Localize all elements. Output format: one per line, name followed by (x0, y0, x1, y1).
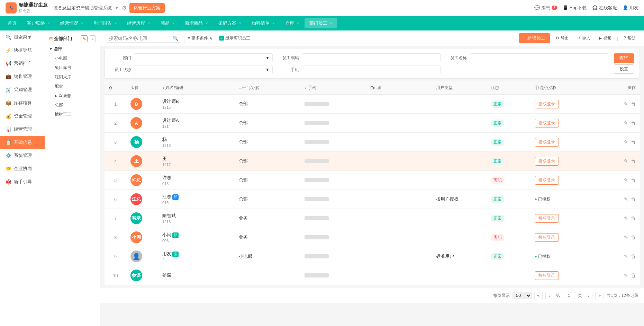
import-btn[interactable]: ↺ 导入 (574, 34, 593, 43)
edit-button[interactable]: ✎ (624, 101, 628, 107)
sidebar-item-quicknav[interactable]: ⚡ 快捷导航 (0, 44, 45, 57)
sidebar-item-search[interactable]: 🔍 搜索菜单 (0, 30, 45, 44)
settings-icon[interactable]: ⚙ (122, 5, 127, 11)
filter-empname-input[interactable] (470, 53, 608, 62)
filter-status-select[interactable]: ▼ (134, 65, 273, 74)
edit-button[interactable]: ✎ (624, 235, 628, 240)
app-download-btn[interactable]: 📱 App下载 (563, 5, 587, 11)
auth-button[interactable]: 授权登录 (535, 176, 559, 185)
tab-operation[interactable]: 经营情况 × (55, 18, 88, 28)
delete-button[interactable]: 🗑 (631, 139, 636, 145)
auth-button[interactable]: 授权登录 (535, 138, 559, 147)
delete-button[interactable]: 🗑 (631, 120, 636, 126)
col-phone[interactable]: ↕ 手机 (300, 81, 366, 95)
sidebar-item-marketing[interactable]: 📢 营销推广 (0, 57, 45, 70)
table-row: 1B设计师B1215总部正常授权登录✎🗑 (105, 95, 640, 114)
show-inactive-checkbox[interactable]: ✓ (219, 36, 224, 41)
auth-button[interactable]: 授权登录 (535, 157, 559, 166)
online-service-btn[interactable]: 🎧 在线客服 (592, 5, 617, 11)
dept-tree-root[interactable]: ▼ 总部 (45, 44, 100, 54)
delete-button[interactable]: 🗑 (631, 215, 636, 221)
delete-button[interactable]: 🗑 (631, 196, 636, 202)
page-input[interactable] (563, 292, 575, 299)
dept-tree-item-delivery[interactable]: 配货 (45, 82, 100, 91)
sidebar-item-basic[interactable]: 📋 基础信息 (0, 136, 45, 149)
edit-button[interactable]: ✎ (624, 120, 628, 126)
tab-goods[interactable]: 商品 × (156, 18, 179, 28)
sidebar-item-guide[interactable]: 🎯 新手引导 (0, 175, 45, 188)
delete-button[interactable]: 🗑 (631, 273, 636, 278)
sidebar-item-purchase[interactable]: 🛒 采购管理 (0, 83, 45, 96)
auth-button[interactable]: 授权登录 (535, 233, 559, 242)
auth-button[interactable]: 授权登录 (535, 271, 559, 280)
tab-barcode[interactable]: 条码方案 × (214, 18, 246, 28)
tab-add-goods[interactable]: 新增商品 × (180, 18, 212, 28)
dept-tree-item-caoshu[interactable]: 槽树王三 (45, 110, 100, 119)
per-page-select[interactable]: 50 100 (513, 292, 532, 299)
delete-button[interactable]: 🗑 (631, 177, 636, 183)
sidebar-item-finance[interactable]: 💰 资金管理 (0, 109, 45, 123)
edit-button[interactable]: ✎ (624, 196, 628, 202)
dept-tree-item-xiaodian[interactable]: 小电部 (45, 54, 100, 63)
edit-button[interactable]: ✎ (624, 158, 628, 164)
delete-button[interactable]: 🗑 (631, 254, 636, 259)
tab-employees[interactable]: 部门员工 × (305, 18, 337, 28)
first-page-btn[interactable]: « (534, 292, 543, 299)
next-page-btn[interactable]: › (585, 292, 592, 299)
cell-user-type (432, 228, 487, 247)
dept-tree-item-shenyang[interactable]: 沈阳大库 (45, 72, 100, 82)
edit-button[interactable]: ✎ (624, 254, 628, 259)
delete-button[interactable]: 🗑 (631, 101, 636, 107)
dept-edit-btn[interactable]: ✎ (81, 35, 88, 42)
auth-button[interactable]: 授权登录 (535, 119, 559, 127)
delete-button[interactable]: 🗑 (631, 158, 636, 164)
tab-process[interactable]: 经营历程 × (122, 18, 155, 28)
system-title-arrow[interactable]: ▼ (115, 5, 119, 10)
prev-page-btn[interactable]: ‹ (545, 292, 553, 299)
employee-name: 用友应 (162, 251, 230, 257)
sidebar-item-collab[interactable]: 🤝 企业协同 (0, 162, 45, 175)
auth-button[interactable]: 授权登录 (535, 100, 559, 108)
sidebar-item-system[interactable]: ⚙️ 系统管理 (0, 149, 45, 162)
sales-icon: 💼 (6, 74, 11, 79)
sidebar-item-inventory[interactable]: 📦 库存核算 (0, 96, 45, 109)
view-btn[interactable]: ▶ 视频 (596, 34, 614, 43)
cell-no: 5 (105, 171, 126, 190)
edit-button[interactable]: ✎ (624, 273, 628, 278)
search-input[interactable] (109, 36, 171, 41)
filter-dept-select[interactable]: ▼ (134, 53, 273, 62)
col-settings[interactable]: ⚙ (105, 81, 126, 95)
col-name-code[interactable]: ↕ 姓名/编码 (158, 81, 235, 95)
tab-profit[interactable]: 利润报告 × (89, 18, 121, 28)
tab-home[interactable]: 首页 (3, 18, 21, 28)
trial-button[interactable]: 体验行业方案 (129, 3, 165, 13)
search-icon-btn[interactable]: 🔍 (173, 36, 178, 41)
query-button[interactable]: 查询 (614, 53, 634, 63)
col-dept-pos[interactable]: ↕ 部门/职位 (235, 81, 300, 95)
dept-collapse-btn[interactable]: « (89, 35, 96, 42)
last-page-btn[interactable]: » (595, 292, 604, 299)
filter-empcode-input[interactable] (302, 53, 441, 62)
tab-bom[interactable]: 物料清单 × (247, 18, 279, 28)
show-inactive-toggle[interactable]: ✓ 显示离职员工 (219, 35, 250, 41)
auth-button[interactable]: 授权登录 (535, 214, 559, 223)
edit-button[interactable]: ✎ (624, 177, 628, 183)
reset-button[interactable]: 设置 (614, 64, 634, 74)
dept-tree-item-project[interactable]: 项目库房 (45, 63, 100, 72)
sidebar-item-business[interactable]: 📊 经营管理 (0, 123, 45, 136)
filter-phone-input[interactable] (302, 65, 441, 74)
tab-customer[interactable]: 客户联络 × (22, 18, 55, 28)
dept-tree-item-shuanglu[interactable]: ▶ 双鹿想 (45, 91, 100, 100)
edit-button[interactable]: ✎ (624, 139, 628, 145)
more-conditions-btn[interactable]: ▾ 更多条件 ∧ (184, 34, 216, 43)
delete-button[interactable]: 🗑 (631, 235, 636, 240)
help-btn[interactable]: ? 帮助 (621, 34, 638, 43)
tab-warehouse[interactable]: 仓库 × (280, 18, 304, 28)
dept-tree-item-zongbu[interactable]: 总部 (45, 100, 100, 110)
edit-button[interactable]: ✎ (624, 215, 628, 221)
sidebar-item-sales[interactable]: 💼 销售管理 (0, 70, 45, 83)
messages-btn[interactable]: 💬 消息 5 (534, 5, 557, 11)
add-employee-btn[interactable]: + 新增员工 (519, 33, 550, 43)
export-btn[interactable]: ↻ 导出 (553, 34, 572, 43)
user-btn[interactable]: 👤 用友 (623, 5, 638, 11)
